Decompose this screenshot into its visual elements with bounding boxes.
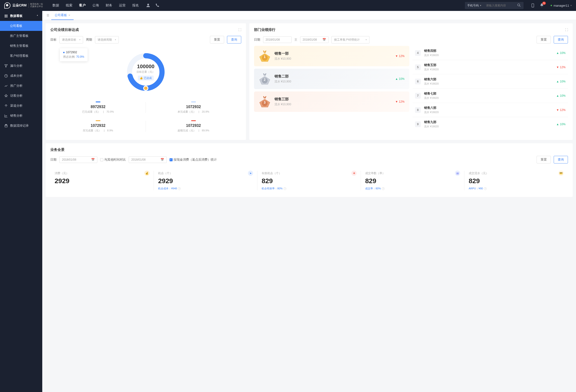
sidebar-item-数据流转记录[interactable]: 数据流转记录 [0,121,42,131]
help-icon[interactable]: ? [284,187,286,190]
date-input[interactable]: 2018/01/08📅 [59,156,97,163]
nav-数据[interactable]: 数据 [53,3,59,8]
tab-company-dashboard[interactable]: 公司看板 × [51,11,74,20]
nav-icon [4,104,8,108]
help-icon[interactable]: ? [382,187,385,190]
sidebar-item-推广主管看板[interactable]: 推广主管看板 [0,31,42,41]
sidebar-item-漏斗分析[interactable]: 漏斗分析 [0,61,42,71]
nav-icon [4,74,8,78]
select-period[interactable]: 请选择周期▾ [95,36,119,43]
panel-goal: 公司业绩目标达成 ⛶ 目标 请选择目标▾ 周期 请选择周期▾ 重置 查询 [46,23,246,140]
mobile-icon[interactable] [531,3,535,8]
panel-overview: 业务全景 日期 2018/01/08📅 与其他时间对比 2018/01/08📅 … [46,143,573,197]
reset-button[interactable]: 重置 [537,156,551,163]
select-target[interactable]: 请选择目标▾ [59,36,83,43]
help-icon[interactable]: ? [178,187,181,190]
nav-icon [4,84,8,88]
date-from-input[interactable]: 2018/01/08 [263,36,291,43]
reset-button[interactable]: 重置 [210,36,224,43]
nav-报名[interactable]: 报名 [132,3,139,8]
collapse-sidebar-button[interactable]: ☰ [45,14,51,17]
logo[interactable]: 云朵CRM 教育机构一站 式服务云平台 [4,2,43,8]
search-input[interactable] [484,4,515,7]
sidebar-item-销售主管看板[interactable]: 销售主管看板 [0,41,42,51]
query-button[interactable]: 查询 [554,156,568,163]
svg-rect-6 [5,16,6,17]
rank-row[interactable]: 8销售八部流水 ¥19020▼ 12% [413,103,568,117]
svg-line-1 [519,6,520,7]
trend-indicator: ▼ 12% [395,54,404,58]
svg-point-0 [518,4,520,6]
search-button[interactable] [515,3,523,8]
sidebar-item-成本分析[interactable]: 成本分析 [0,71,42,81]
user-name: manager11 [553,4,569,7]
card-icon: ➤ [248,171,253,176]
nav-线索[interactable]: 线索 [66,3,72,8]
sidebar-group-dashboard[interactable]: 数据看板 ˄ [0,11,42,21]
panel-goal-title: 公司业绩目标达成 [50,28,79,32]
sidebar-item-公司看板[interactable]: 公司看板 [0,21,42,31]
dashboard-icon [4,14,8,18]
phone-icon[interactable] [155,3,159,8]
rank-row[interactable]: 5销售五部流水 ¥19020▼ 12% [413,60,568,74]
person-icon[interactable] [146,3,150,8]
sidebar-item-渠道分析[interactable]: 渠道分析 [0,101,42,111]
sidebar-item-客户经理看板[interactable]: 客户经理看板 [0,51,42,61]
checkbox-cash[interactable]: 按现金消费（返点后消费）统计 [170,157,217,162]
medal-icon: 2 [259,73,271,85]
checkbox-compare[interactable]: 与其他时间对比 [100,157,126,162]
rank-row[interactable]: 6销售六部流水 ¥19020▲ 10% [413,74,568,89]
rank-row[interactable]: 4销售四部流水 ¥19020▲ 10% [413,46,568,60]
select-groupby[interactable]: 按工单客户经理统计▾ [331,36,370,43]
user-menu[interactable]: manager11 ▾ [550,4,572,7]
goal-metric: 8972932已完成量（元） | 70.9% [50,98,146,117]
topbar: 云朵CRM 教育机构一站 式服务云平台 数据线索客户公海财务运营报名 手机号码▾… [0,0,576,11]
query-button[interactable]: 查询 [227,36,241,43]
card-icon: ✚ [351,171,357,176]
notification-badge: 5 [542,2,546,5]
trend-indicator: ▲ 10% [556,94,566,97]
chevron-up-icon: ˄ [37,15,38,17]
svg-point-3 [533,7,533,7]
nav-公海[interactable]: 公海 [92,3,99,8]
calendar-icon: 📅 [91,158,95,161]
expand-button[interactable]: ⛶ [238,28,241,31]
rank-card-3[interactable]: 3销售三部流水 ¥10,900▼ 12% [254,91,409,112]
help-icon[interactable]: ? [484,187,487,190]
nav-运营[interactable]: 运营 [119,3,126,8]
nav-财务[interactable]: 财务 [106,3,112,8]
sidebar-item-访客分析[interactable]: 访客分析 [0,91,42,101]
expand-button[interactable]: ⛶ [565,28,568,31]
reset-button[interactable]: 重置 [537,36,551,43]
status-badge: 👍已达成 [138,76,154,81]
rank-card-2[interactable]: 2销售二部流水 ¥10,900▲ 10% [254,69,409,89]
trend-indicator: ▲ 10% [395,77,404,81]
card-icon: 💳 [558,171,564,176]
close-icon[interactable]: × [68,13,70,17]
sidebar-item-销售分析[interactable]: 销售分析 [0,111,42,121]
calendar-icon: 📅 [322,38,326,41]
goal-metric: 1072932超额完成（元） | 89.9% [146,117,241,136]
rank-row[interactable]: 9销售九部流水 ¥19020▲ 10% [413,117,568,131]
search-type-select[interactable]: 手机号码▾ [465,2,484,9]
overview-card: 机会（个）➤2929机会成本：¥948 ? [154,168,257,193]
sidebar-item-推广分析[interactable]: 推广分析 [0,81,42,91]
rank-row[interactable]: 7销售七部流水 ¥19020▲ 10% [413,89,568,103]
date-to-input[interactable]: 2018/01/08📅 [300,36,329,43]
notification-button[interactable]: 5 [540,3,544,8]
overview-card: 成交单数（单）▤829成交率：80% ? [361,168,464,193]
nav-icon [4,114,8,118]
nav-客户[interactable]: 客户 [79,3,86,8]
brand-sub: 教育机构一站 式服务云平台 [29,3,43,8]
medal-icon: 1 [259,50,271,62]
card-icon: ▤ [455,171,460,176]
top-nav: 数据线索客户公海财务运营报名 [53,3,139,8]
svg-point-10 [144,86,148,90]
svg-rect-4 [5,14,6,15]
query-button[interactable]: 查询 [554,36,568,43]
goal-metric: 1072932应完成量（元） | 8.9% [50,117,146,136]
top-quick-icons [146,3,159,8]
logo-icon [4,2,10,8]
rank-card-1[interactable]: 1销售一部流水 ¥10,900▼ 12% [254,46,409,66]
date-compare-input[interactable]: 2018/01/08📅 [129,156,167,163]
